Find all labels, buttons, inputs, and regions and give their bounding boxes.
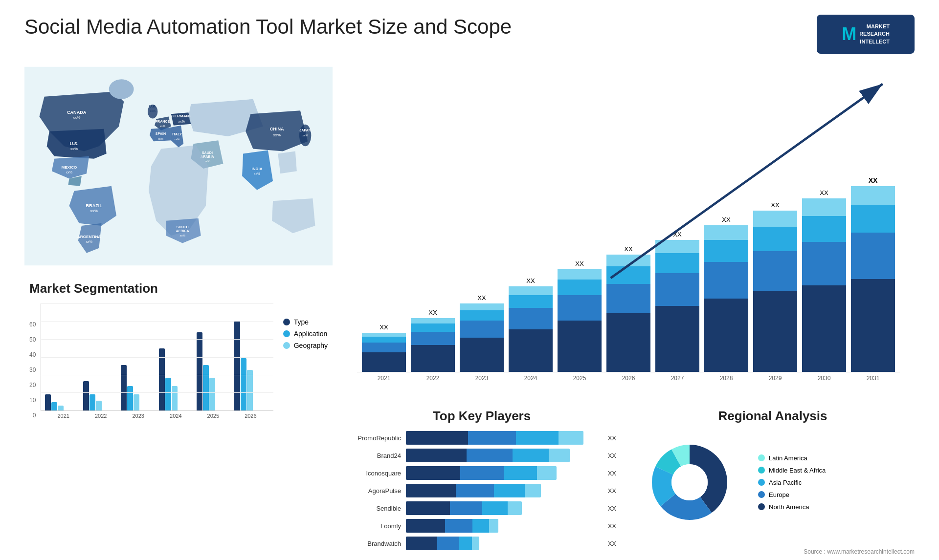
svg-text:xx%: xx% [254,172,261,176]
geography-dot [283,342,290,349]
svg-text:U.K.: U.K. [149,105,156,108]
legend-europe: Europe [758,491,826,498]
player-xx: XX [608,470,616,477]
player-row: Sendible XX [347,501,616,515]
player-bar-container [406,484,599,497]
player-xx: XX [608,434,616,442]
europe-label: Europe [769,491,789,498]
application-label: Application [294,330,328,338]
player-xx: XX [608,505,616,512]
svg-text:U.S.: U.S. [70,141,79,146]
segmentation-legend: Type Application Geography [283,318,328,349]
donut-chart [636,429,743,536]
logo-line1: MARKET [859,23,890,30]
svg-text:ITALY: ITALY [172,132,182,136]
middle-east-dot [758,467,765,474]
player-row: Brand24 XX [347,449,616,462]
page-header: Social Media Automation Tool Market Size… [24,15,915,54]
logo-line3: INTELLECT [859,38,890,45]
player-name: Loomly [347,522,401,530]
player-row: Brandwatch XX [347,537,616,550]
page-title: Social Media Automation Tool Market Size… [24,15,512,39]
svg-text:xx%: xx% [174,137,180,141]
legend-latin-america: Latin America [758,454,826,462]
svg-text:xx%: xx% [178,120,185,124]
player-bar-container [406,519,599,533]
players-section: Top Key Players PromoRepublic [342,404,621,540]
legend-application: Application [283,330,328,338]
player-bar-container [406,466,599,480]
segmentation-section: Market Segmentation 60 50 40 30 20 10 [24,276,333,424]
svg-text:xx%: xx% [73,115,80,120]
svg-text:xx%: xx% [70,147,78,151]
player-name: AgoraPulse [347,487,401,495]
svg-text:MEXICO: MEXICO [61,165,77,170]
main-bar-chart: XX XX [342,64,915,396]
asia-pacific-dot [758,479,765,486]
logo-line2: RESEARCH [859,30,890,38]
players-title: Top Key Players [347,409,616,424]
player-bar-container [406,449,599,462]
svg-text:ARGENTINA: ARGENTINA [77,235,101,239]
logo: M MARKET RESEARCH INTELLECT [817,15,915,54]
application-dot [283,330,290,337]
type-label: Type [294,318,309,326]
world-map-section: CANADA xx% U.S. xx% MEXICO xx% [24,64,333,269]
svg-text:INDIA: INDIA [252,167,263,171]
player-row: AgoraPulse XX [347,484,616,497]
legend-north-america: North America [758,503,826,511]
seg-y-axis: 60 50 40 30 20 10 0 [29,321,36,419]
svg-text:CHINA: CHINA [270,127,284,131]
regional-content: Latin America Middle East & Africa Asia … [636,429,910,536]
player-row: PromoRepublic XX [347,431,616,445]
players-list: PromoRepublic XX [347,431,616,550]
segmentation-chart: 60 50 40 30 20 10 0 [29,303,273,419]
player-name: Sendible [347,505,401,512]
legend-type: Type [283,318,328,326]
world-map-svg: CANADA xx% U.S. xx% MEXICO xx% [24,64,333,269]
source-text: Source : www.marketresearchintellect.com [804,548,915,555]
svg-point-1 [109,79,134,99]
svg-text:SAUDI: SAUDI [202,151,213,155]
svg-text:JAPAN: JAPAN [299,129,311,132]
asia-pacific-label: Asia Pacific [769,479,802,486]
svg-text:xx%: xx% [179,234,185,237]
svg-point-43 [671,464,708,500]
player-bar-container [406,501,599,515]
legend-asia-pacific: Asia Pacific [758,479,826,486]
player-name: PromoRepublic [347,434,401,442]
player-row: Iconosquare XX [347,466,616,480]
player-bar-container [406,537,599,550]
north-america-label: North America [769,503,809,511]
svg-text:AFRICA: AFRICA [176,229,189,233]
player-xx: XX [608,487,616,495]
type-dot [283,319,290,325]
logo-text: MARKET RESEARCH INTELLECT [859,23,890,45]
regional-section: Regional Analysis [631,404,915,540]
north-america-dot [758,503,765,510]
player-name: Brand24 [347,452,401,459]
player-name: Brandwatch [347,540,401,547]
player-name: Iconosquare [347,470,401,477]
svg-text:BRAZIL: BRAZIL [86,203,103,208]
svg-text:xx%: xx% [302,133,308,137]
svg-text:CANADA: CANADA [67,110,87,115]
legend-geography: Geography [283,342,328,349]
player-row: Loomly XX [347,519,616,533]
europe-dot [758,491,765,498]
svg-text:xx%: xx% [160,124,166,128]
svg-text:SOUTH: SOUTH [177,225,189,229]
latin-america-label: Latin America [769,454,807,462]
svg-text:SPAIN: SPAIN [156,132,166,136]
player-xx: XX [608,452,616,459]
segmentation-title: Market Segmentation [29,281,328,296]
svg-text:xx%: xx% [90,209,98,214]
svg-text:xx%: xx% [66,171,73,174]
svg-text:xx%: xx% [86,240,92,244]
player-xx: XX [608,522,616,530]
regional-title: Regional Analysis [636,409,910,424]
player-bar-container [406,431,599,445]
svg-text:xx%: xx% [150,109,156,112]
regional-legend: Latin America Middle East & Africa Asia … [758,454,826,511]
svg-text:xx%: xx% [273,133,281,137]
